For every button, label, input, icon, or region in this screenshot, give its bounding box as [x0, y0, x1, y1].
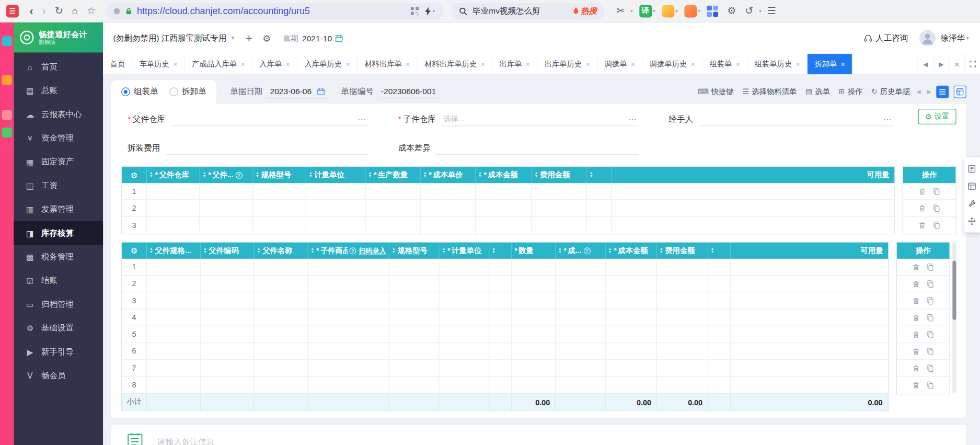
browser-search-box[interactable]: 毕业mv视频怎么剪 热搜	[451, 3, 604, 19]
scrollbar-thumb[interactable]	[952, 260, 956, 320]
sort-icon[interactable]: ▲▼	[711, 247, 714, 254]
sort-icon[interactable]: ▲▼	[149, 172, 153, 178]
tab-close-icon[interactable]: ×	[691, 60, 695, 69]
tab-材料出库单历史[interactable]: 材料出库单历史×	[418, 54, 493, 74]
tab-材料出库单[interactable]: 材料出库单×	[358, 54, 418, 74]
tab-首页[interactable]: 首页	[103, 54, 132, 74]
tab-close-icon[interactable]: ×	[173, 60, 177, 69]
sidebar-item-云报表中心[interactable]: ☁云报表中心	[14, 102, 103, 126]
sidebar-item-新手引导[interactable]: ▶新手引导	[14, 340, 103, 363]
sidebar-item-工资[interactable]: ◫工资	[14, 174, 103, 197]
calendar-icon[interactable]	[335, 34, 343, 42]
dock-app-1-icon[interactable]	[2, 36, 12, 46]
wrench-icon[interactable]	[965, 195, 978, 212]
scan-entry-link[interactable]: 扫码录入	[359, 246, 386, 255]
fullscreen-icon[interactable]	[964, 53, 980, 75]
period-value[interactable]: 2021-10	[302, 33, 332, 43]
copy-row-icon[interactable]	[926, 263, 935, 271]
doc-type-assembly[interactable]: 组装单	[121, 86, 158, 98]
sort-icon[interactable]: ▲▼	[310, 247, 314, 254]
sort-icon[interactable]: ▲▼	[590, 172, 593, 178]
avatar[interactable]	[919, 30, 936, 46]
sort-icon[interactable]: ▲▼	[534, 172, 538, 178]
add-account-set-icon[interactable]: +	[246, 32, 252, 44]
tab-组装单历史[interactable]: 组装单历史×	[747, 54, 808, 74]
sidebar-item-税务管理[interactable]: ▩税务管理	[14, 245, 103, 269]
tab-close-icon[interactable]: ×	[406, 60, 410, 69]
sidebar-item-总账[interactable]: ▤总账	[14, 79, 103, 102]
prev-doc-icon[interactable]: ◀	[916, 89, 920, 95]
copy-row-icon[interactable]	[932, 187, 941, 196]
table-row-1[interactable]: 1	[122, 183, 894, 200]
move-icon[interactable]	[965, 212, 978, 230]
tab-close-icon[interactable]: ×	[586, 60, 590, 69]
field-handler[interactable]: 经手人 ⋯	[668, 112, 893, 126]
tab-close-icon[interactable]: ×	[240, 60, 245, 69]
delete-row-icon[interactable]	[912, 263, 920, 271]
copy-row-icon[interactable]	[932, 221, 941, 230]
grid-view-toggle[interactable]	[954, 86, 966, 98]
sidebar-item-畅会员[interactable]: Ⅴ畅会员	[14, 364, 103, 387]
apps-grid-icon[interactable]	[707, 5, 718, 17]
address-bar[interactable]: https://cloud.chanjet.com/accounting/uru…	[106, 3, 444, 19]
table-row-1[interactable]: 1	[122, 259, 888, 276]
table-row-2[interactable]: 2	[122, 276, 888, 292]
tab-close-icon[interactable]: ×	[795, 60, 800, 69]
doc-list-icon[interactable]	[965, 160, 978, 177]
tab-产成品入库单[interactable]: 产成品入库单×	[185, 54, 252, 74]
consult-link[interactable]: 人工咨询	[875, 32, 908, 44]
doc-action-操作[interactable]: ⊞操作	[839, 87, 863, 97]
sidebar-item-首页[interactable]: ⌂首页	[14, 55, 103, 78]
table-row-6[interactable]: 6	[122, 343, 888, 360]
undo-icon[interactable]: ↺	[745, 6, 753, 16]
chevron-down-icon[interactable]: ▾	[675, 8, 678, 14]
sort-icon[interactable]: ▲▼	[423, 172, 427, 178]
tab-出库单历史[interactable]: 出库单历史×	[538, 54, 598, 74]
close-tabs-icon[interactable]: ×	[949, 53, 964, 75]
table-row-4[interactable]: 4	[122, 310, 888, 326]
tab-close-icon[interactable]: ×	[481, 60, 485, 69]
delete-row-icon[interactable]	[912, 364, 920, 372]
table-row-3[interactable]: 3	[122, 292, 888, 309]
account-settings-gear-icon[interactable]: ⚙	[262, 33, 271, 43]
column-settings-icon[interactable]: ⚙	[131, 170, 138, 180]
chevron-down-icon[interactable]: ▾	[698, 8, 700, 14]
delete-row-icon[interactable]	[912, 296, 920, 305]
flash-icon[interactable]	[425, 7, 431, 16]
table-row-8[interactable]: 8	[122, 377, 888, 394]
tab-车单历史[interactable]: 车单历史×	[133, 54, 185, 74]
dock-app-4-icon[interactable]	[2, 128, 12, 138]
copy-row-icon[interactable]	[932, 204, 941, 212]
delete-row-icon[interactable]	[912, 280, 920, 288]
delete-row-icon[interactable]	[912, 381, 920, 390]
doc-action-快捷键[interactable]: ⌨快捷键	[698, 87, 734, 97]
form-icon[interactable]	[965, 177, 978, 195]
sort-icon[interactable]: ▲▼	[608, 247, 612, 254]
doc-type-disassembly[interactable]: 拆卸单	[169, 86, 206, 98]
copy-row-icon[interactable]	[926, 347, 935, 356]
sort-icon[interactable]: ▲▼	[660, 247, 663, 254]
field-child-warehouse[interactable]: *子件仓库 选择...⋯	[398, 112, 639, 126]
copy-row-icon[interactable]	[926, 280, 935, 288]
chevron-down-icon[interactable]: ▾	[630, 8, 633, 14]
copy-row-icon[interactable]	[926, 330, 935, 339]
copy-row-icon[interactable]	[926, 296, 935, 305]
doc-action-选单[interactable]: ▤选单	[805, 87, 830, 97]
tab-组装单[interactable]: 组装单×	[702, 54, 747, 74]
refresh-icon[interactable]: ↻	[55, 6, 63, 16]
doc-action-选择物料清单[interactable]: ☰选择物料清单	[743, 87, 797, 97]
forward-icon[interactable]: ›	[42, 5, 47, 17]
copy-row-icon[interactable]	[926, 313, 935, 322]
tab-close-icon[interactable]: ×	[345, 60, 350, 69]
tab-出库单[interactable]: 出库单×	[492, 54, 537, 74]
tab-入库单[interactable]: 入库单×	[252, 54, 297, 74]
dock-app-2-icon[interactable]	[2, 75, 12, 85]
remark-input[interactable]: 请输入备注信息	[157, 432, 956, 445]
browser-menu-icon[interactable]: ☰	[767, 6, 776, 16]
sidebar-item-发票管理[interactable]: ▥发票管理	[14, 198, 103, 221]
sort-icon[interactable]: ▲▼	[492, 247, 495, 254]
tab-close-icon[interactable]: ×	[526, 60, 530, 69]
qr-code-icon[interactable]	[411, 7, 419, 15]
account-set-selector[interactable]: (勿删勿禁用) 江西服宝测试专用 ▾	[113, 32, 235, 44]
site-info-icon[interactable]	[114, 8, 120, 14]
